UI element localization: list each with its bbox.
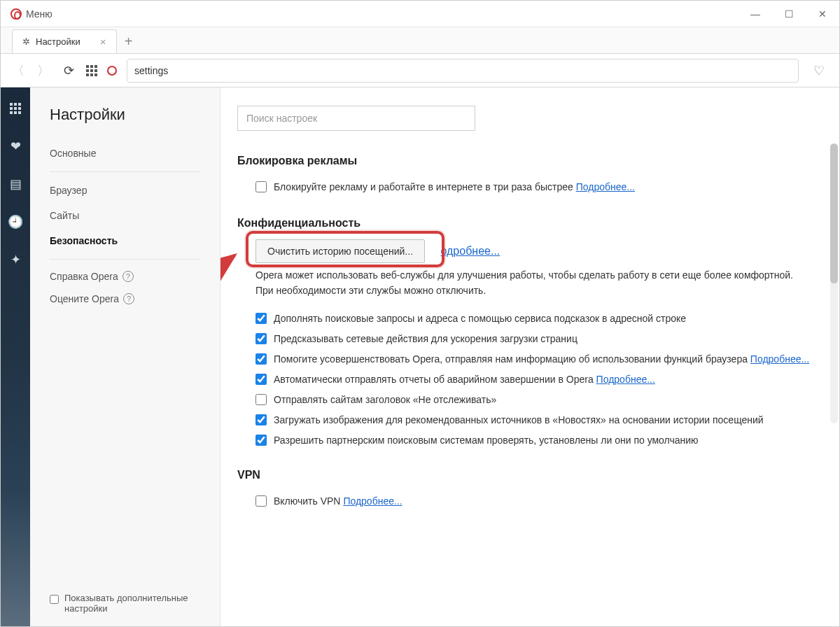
rail-bookmarks-icon[interactable]: ❤ — [1, 136, 30, 156]
title-bar: Меню — ☐ ✕ — [1, 1, 839, 27]
back-button[interactable]: 〈 — [10, 62, 26, 79]
privacy-learn-more-link[interactable]: одробнее... — [440, 245, 500, 257]
section-ads-title: Блокировка рекламы — [237, 155, 816, 167]
settings-search-input[interactable]: Поиск настроек — [237, 106, 475, 131]
sidebar-item-sites[interactable]: Сайты — [30, 203, 220, 228]
rail-speed-dial-icon[interactable] — [1, 99, 30, 118]
address-bar[interactable]: settings — [127, 59, 799, 83]
sidebar-footer: Показывать дополнительные настройки — [30, 593, 220, 626]
privacy-row: Автоматически отправлять отчеты об авари… — [255, 369, 816, 390]
tab-close-icon[interactable]: × — [100, 36, 106, 48]
address-value: settings — [134, 65, 168, 76]
rate-label: Оцените Opera — [50, 293, 119, 304]
privacy-row-text: Отправлять сайтам заголовок «Не отслежив… — [274, 394, 496, 405]
privacy-desc: Opera может использовать веб-службы для … — [255, 267, 816, 299]
section-vpn-title: VPN — [237, 469, 816, 481]
ads-block-row: Блокируйте рекламу и работайте в интерне… — [255, 177, 816, 197]
gear-icon: ✲ — [22, 36, 30, 47]
speed-dial-icon[interactable] — [86, 65, 97, 76]
tab-label: Настройки — [36, 36, 80, 47]
sidebar-item-browser[interactable]: Браузер — [30, 178, 220, 203]
privacy-row: Дополнять поисковые запросы и адреса с п… — [255, 309, 816, 329]
opera-logo-icon — [10, 8, 22, 20]
maximize-button[interactable]: ☐ — [772, 1, 806, 27]
sidebar-divider — [50, 259, 200, 260]
privacy-row-text: Дополнять поисковые запросы и адреса с п… — [274, 313, 686, 324]
close-button[interactable]: ✕ — [806, 1, 839, 27]
show-advanced-checkbox[interactable] — [50, 595, 59, 604]
privacy-checkbox-list: Дополнять поисковые запросы и адреса с п… — [237, 309, 816, 451]
favorite-button[interactable]: ♡ — [808, 63, 830, 78]
vpn-enable-checkbox[interactable] — [255, 495, 267, 507]
reload-button[interactable]: ⟳ — [61, 63, 76, 78]
privacy-checkbox[interactable] — [255, 333, 267, 344]
privacy-row: Загружать изображения для рекомендованны… — [255, 410, 816, 430]
sidebar-rate-link[interactable]: Оцените Opera ? — [30, 288, 220, 310]
menu-label: Меню — [26, 8, 52, 20]
rail-history-icon[interactable]: 🕘 — [1, 212, 30, 232]
privacy-row-text: Предсказывать сетевые действия для ускор… — [274, 333, 578, 344]
help-icon: ? — [123, 293, 134, 304]
privacy-row-link[interactable]: Подробнее... — [596, 374, 655, 385]
privacy-checkbox[interactable] — [255, 414, 267, 425]
rail-news-icon[interactable]: ▤ — [1, 174, 30, 194]
window-controls: — ☐ ✕ — [738, 1, 839, 27]
privacy-row-text: Помогите усовершенствовать Opera, отправ… — [274, 353, 748, 365]
settings-content: Поиск настроек Блокировка рекламы Блокир… — [220, 87, 839, 626]
help-icon: ? — [122, 271, 134, 282]
sidebar-help-link[interactable]: Справка Opera ? — [30, 265, 220, 288]
main-area: ❤ ▤ 🕘 ✦ Настройки Основные Браузер Сайты… — [1, 87, 839, 626]
privacy-row-link[interactable]: Подробнее... — [750, 353, 809, 365]
privacy-row-text: Автоматически отправлять отчеты об авари… — [274, 374, 594, 385]
privacy-row: Отправлять сайтам заголовок «Не отслежив… — [255, 390, 816, 410]
browser-window: Меню — ☐ ✕ ✲ Настройки × + 〈 〉 ⟳ setting… — [0, 0, 840, 627]
vpn-row: Включить VPN Подробнее... — [255, 491, 816, 512]
opera-badge-icon — [107, 66, 117, 76]
privacy-row-text: Разрешить партнерским поисковым системам… — [274, 435, 699, 446]
section-privacy-title: Конфиденциальность — [237, 217, 816, 230]
vpn-learn-more-link[interactable]: Подробнее... — [343, 495, 402, 507]
ads-block-checkbox[interactable] — [255, 181, 267, 192]
content-inner: Поиск настроек Блокировка рекламы Блокир… — [220, 87, 839, 540]
privacy-checkbox[interactable] — [255, 394, 267, 405]
privacy-checkbox[interactable] — [255, 435, 267, 446]
sidebar-divider — [50, 171, 200, 172]
ads-block-text: Блокируйте рекламу и работайте в интерне… — [274, 181, 573, 192]
sidebar-title: Настройки — [30, 106, 220, 141]
privacy-row-text: Загружать изображения для рекомендованны… — [274, 414, 764, 425]
left-rail: ❤ ▤ 🕘 ✦ — [1, 87, 30, 626]
clear-history-button[interactable]: Очистить историю посещений... — [255, 239, 425, 263]
privacy-row: Предсказывать сетевые действия для ускор… — [255, 329, 816, 349]
menu-button[interactable]: Меню — [1, 1, 62, 27]
settings-sidebar: Настройки Основные Браузер Сайты Безопас… — [30, 87, 220, 626]
privacy-checkbox[interactable] — [255, 313, 267, 324]
new-tab-button[interactable]: + — [117, 29, 141, 53]
search-placeholder: Поиск настроек — [246, 113, 317, 124]
nav-bar: 〈 〉 ⟳ settings ♡ — [1, 54, 839, 87]
help-label: Справка Opera — [50, 271, 118, 282]
forward-button[interactable]: 〉 — [36, 62, 51, 79]
ads-learn-more-link[interactable]: Подробнее... — [576, 181, 635, 192]
privacy-row: Помогите усовершенствовать Opera, отправ… — [255, 349, 816, 369]
sidebar-item-security[interactable]: Безопасность — [30, 228, 220, 253]
rail-extensions-icon[interactable]: ✦ — [1, 250, 30, 269]
minimize-button[interactable]: — — [738, 1, 772, 27]
privacy-checkbox[interactable] — [255, 353, 267, 365]
privacy-row: Разрешить партнерским поисковым системам… — [255, 430, 816, 451]
vpn-text: Включить VPN — [274, 495, 340, 507]
privacy-checkbox[interactable] — [255, 374, 267, 385]
tab-strip: ✲ Настройки × + — [1, 27, 839, 54]
sidebar-item-basic[interactable]: Основные — [30, 141, 220, 166]
show-advanced-label: Показывать дополнительные настройки — [64, 593, 200, 614]
tab-settings[interactable]: ✲ Настройки × — [12, 29, 117, 53]
